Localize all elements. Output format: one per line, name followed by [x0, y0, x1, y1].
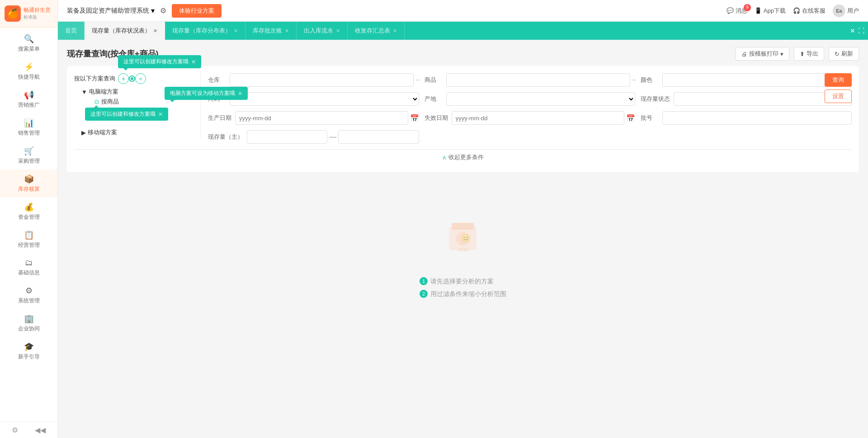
expiry-date-icon[interactable]: 📅 [626, 114, 635, 122]
mobile-scheme-item[interactable]: ▶ 移动端方案 [81, 128, 193, 137]
tab-close-inventory-status[interactable]: ✕ [153, 28, 157, 34]
tooltip-edit-close[interactable]: ✕ [158, 111, 163, 118]
goods-dots[interactable]: ··· [632, 76, 635, 84]
back-scheme-btn[interactable]: « [135, 73, 146, 84]
dropdown-arrow-icon: ▾ [780, 51, 783, 57]
tab-batch-ledger[interactable]: 库存批次账 ✕ [245, 22, 297, 40]
trial-industry-btn[interactable]: 体验行业方案 [172, 4, 222, 18]
tab-in-out-flow[interactable]: 出入库流水 ✕ [297, 22, 348, 40]
expiry-date-label: 失效日期 [425, 114, 448, 122]
scheme-arrow-right: ▶ [81, 129, 86, 136]
warehouse-dots[interactable]: ··· [415, 76, 419, 84]
tab-close-in-out-flow[interactable]: ✕ [336, 28, 340, 34]
step-1-num: 1 [420, 277, 428, 285]
online-service-btn[interactable]: 🎧 在线客服 [793, 7, 826, 15]
origin-select[interactable] [446, 92, 636, 106]
tab-close-receive-summary[interactable]: ✕ [393, 28, 397, 34]
stock-qty-max-input[interactable] [338, 130, 419, 144]
stock-status-label: 现存量状态 [641, 95, 670, 103]
system-name: 装备及固定资产辅助管理系统 [67, 7, 149, 15]
goods-input[interactable] [446, 73, 630, 87]
collapse-sidebar-btn[interactable]: ◀◀ [35, 426, 46, 434]
logo-text: 畅通好生意 [24, 7, 51, 14]
refresh-btn[interactable]: ↻ 刷新 [829, 47, 859, 61]
sidebar-item-base-info[interactable]: 🗂 基础信息 [0, 254, 57, 281]
tab-close-inventory-dist[interactable]: ✕ [234, 28, 238, 34]
stock-qty-min-input[interactable] [247, 130, 327, 144]
add-scheme-tooltip: 这里可以创建和修改方案哦 ✕ [118, 55, 201, 68]
user-area[interactable]: Ea 用户 [833, 5, 859, 17]
refresh-icon: ↻ [835, 51, 840, 57]
sidebar-item-inventory[interactable]: 📦 库存核算 [0, 170, 57, 198]
filter-label: 按以下方案查询 [74, 75, 115, 83]
sidebar-item-sales[interactable]: 📊 销售管理 [0, 113, 57, 141]
purchase-icon: 🛒 [24, 146, 34, 156]
export-btn[interactable]: ⬆ 导出 [794, 47, 824, 61]
app-download-btn[interactable]: 📱 App下载 [755, 7, 786, 15]
sidebar-item-system[interactable]: ⚙ 系统管理 [0, 281, 57, 309]
filter-row-4: 现存量（主） — [208, 130, 852, 144]
empty-step-2: 2 用过滤条件来缩小分析范围 [420, 287, 506, 300]
edit-scheme-tooltip: 这里可以创建和修改方案哦 ✕ [85, 108, 168, 121]
message-btn[interactable]: 💬 消息 9 [726, 7, 747, 15]
empty-step-1: 1 请先选择要分析的方案 [420, 275, 506, 287]
printer-icon: 🖨 [741, 51, 747, 57]
batch-no-input[interactable] [662, 111, 852, 125]
scheme-switch-tooltip-wrap: 电脑方案可设为移动方案哦 ✕ [165, 87, 248, 100]
production-date-icon[interactable]: 📅 [410, 114, 419, 122]
expiry-date-input[interactable] [452, 111, 625, 125]
tab-fullscreen-btn[interactable]: ⛶ [858, 27, 864, 34]
search-menu-icon: 🔍 [24, 34, 34, 44]
step-2-num: 2 [420, 290, 428, 298]
warehouse-input[interactable] [230, 73, 414, 87]
operations-icon: 📋 [24, 230, 34, 240]
sidebar-item-operations[interactable]: 📋 经营管理 [0, 226, 57, 254]
page-actions: 🖨 按模板打印 ▾ ⬆ 导出 ↻ 刷新 [736, 47, 859, 61]
empty-text: 1 请先选择要分析的方案 2 用过滤条件来缩小分析范围 [420, 275, 506, 300]
marketing-icon: 📢 [24, 90, 34, 100]
sidebar-item-guide[interactable]: 🎓 新手引导 [0, 337, 57, 365]
sidebar-item-enterprise[interactable]: 🏢 企业协同 [0, 309, 57, 337]
sidebar-item-marketing[interactable]: 📢 营销推广 [0, 85, 57, 113]
tab-close-batch-ledger[interactable]: ✕ [285, 28, 289, 34]
color-select[interactable] [662, 73, 852, 87]
tab-actions: ✕ ⛶ [846, 22, 868, 40]
filter-fields-section: 仓库 ··· 商品 ··· [201, 73, 852, 144]
settings-gear-btn[interactable]: ⚙ [160, 6, 166, 15]
system-icon: ⚙ [25, 286, 33, 296]
tooltip-scheme-close[interactable]: ✕ [238, 90, 242, 97]
quick-nav-icon: ⚡ [24, 62, 34, 72]
tab-inventory-status[interactable]: 现存量（库存状况表） ✕ [85, 22, 165, 40]
tooltip-create-close[interactable]: ✕ [191, 59, 196, 65]
system-selector[interactable]: 装备及固定资产辅助管理系统 ▾ [67, 6, 155, 15]
sidebar-item-search-menu[interactable]: 🔍 搜索菜单 [0, 29, 57, 57]
base-info-icon: 🗂 [25, 258, 33, 268]
sidebar-item-finance[interactable]: 💰 资金管理 [0, 198, 57, 226]
svg-rect-4 [458, 248, 468, 251]
page-body: 现存量查询(按仓库+商品) 🖨 按模板打印 ▾ ⬆ 导出 ↻ 刷新 [58, 40, 868, 438]
reset-btn[interactable]: 设置 [825, 89, 852, 103]
tab-receive-summary[interactable]: 收发存汇总表 ✕ [348, 22, 405, 40]
tab-close-all-btn[interactable]: ✕ [850, 27, 855, 34]
empty-illustration: 😐 [436, 214, 490, 259]
tab-inventory-dist[interactable]: 现存量（库存分布表） ✕ [165, 22, 245, 40]
tab-home[interactable]: 首页 [58, 22, 85, 40]
sidebar-item-quick-nav[interactable]: ⚡ 快捷导航 [0, 57, 57, 85]
sales-icon: 📊 [24, 118, 34, 128]
query-btn[interactable]: 查询 [825, 73, 852, 87]
print-btn[interactable]: 🖨 按模板打印 ▾ [736, 47, 789, 61]
empty-icon: 😐 [436, 214, 490, 268]
collapse-btn[interactable]: ∧ 收起更多条件 [442, 153, 484, 161]
logo-badge: 标准版 [24, 14, 51, 20]
logo-icon: 🍊 [5, 5, 21, 22]
export-icon: ⬆ [800, 51, 805, 57]
sidebar-item-purchase[interactable]: 🛒 采购管理 [0, 141, 57, 170]
add-scheme-btn[interactable]: + [118, 73, 129, 84]
settings-bottom-btn[interactable]: ⚙ [12, 426, 18, 434]
tab-bar: 首页 现存量（库存状况表） ✕ 现存量（库存分布表） ✕ 库存批次账 ✕ 出入库… [58, 22, 868, 40]
size-select[interactable] [230, 92, 419, 106]
production-date-input[interactable] [235, 111, 408, 125]
batch-no-label: 批号 [641, 114, 659, 122]
inventory-icon: 📦 [24, 174, 34, 184]
dot-wrap [130, 76, 134, 81]
